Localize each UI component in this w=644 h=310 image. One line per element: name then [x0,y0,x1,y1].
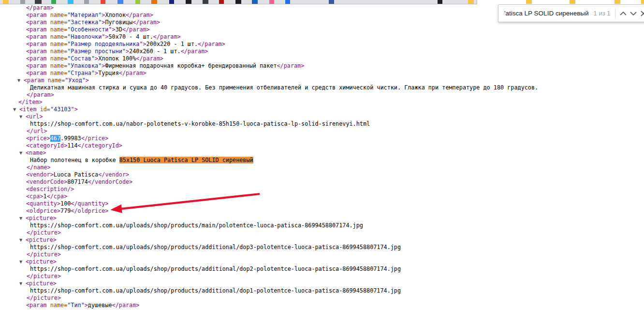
xml-line: ▼<picture> [0,258,644,266]
tab-favicon[interactable] [169,0,174,4]
xml-token: <param [26,302,50,309]
xml-token: "Упаковка" [67,62,102,69]
tab-favicon[interactable] [117,0,123,4]
xml-token: <param [26,55,50,62]
xml-token: <param [26,41,50,47]
xml-token: <price> [26,135,50,142]
selected-text: 467 [50,135,60,142]
find-bar[interactable]: 'atisca LP SOLID сиреневый 1 из 1 [498,4,644,22]
xml-line: <oldprice>779</oldprice> [0,207,644,215]
xml-token: name= [48,77,65,84]
find-input[interactable]: 'atisca LP SOLID сиреневый [504,10,589,17]
collapse-toggle-icon[interactable]: ▼ [19,113,26,120]
xml-token: душевые [88,302,112,309]
tab-favicon[interactable] [235,0,241,4]
xml-token: <picture> [26,258,57,265]
tab-favicon[interactable] [329,0,334,4]
xml-line: <vendorCode>807174</vendorCode> [0,178,644,186]
tab-favicon[interactable] [20,0,25,4]
xml-token: .99983 [60,135,81,142]
xml-token: "Застежка" [67,19,102,26]
find-previous-button[interactable] [618,6,629,21]
tab-favicon[interactable] [35,0,42,4]
tab-favicon[interactable] [570,0,575,4]
tab-favicon[interactable] [84,0,89,4]
tab-favicon[interactable] [252,0,258,4]
xml-token: Хлопок 100% [98,55,136,62]
find-close-button[interactable] [638,6,644,21]
collapse-toggle-icon[interactable]: ▼ [19,258,26,266]
tab-favicon[interactable] [468,0,474,4]
xml-token: https://shop-comfort.com.ua/uploads/shop… [30,287,401,294]
xml-token: "Размер пододеяльника" [67,41,143,47]
xml-line: ▼<param name="Уход"> [0,77,644,84]
xml-line: </item> [0,99,644,106]
tab-favicon[interactable] [135,0,140,4]
tab-favicon[interactable] [101,0,105,4]
xml-token: > [143,41,146,47]
tab-favicon[interactable] [151,0,157,4]
xml-token: <param [26,19,50,26]
xml-token: https://shop-comfort.com.ua/uploads/shop… [30,266,401,272]
xml-line: <param name="Упаковка">Фирменная подароч… [0,62,644,70]
xml-token: https://shop-comfort.com.ua/uploads/shop… [30,244,401,251]
tab-favicon[interactable] [526,0,532,4]
collapse-toggle-icon[interactable]: ▼ [19,149,26,157]
tab-favicon[interactable] [186,0,191,4]
xml-token: <oldprice> [26,207,60,214]
xml-token: > [74,106,78,113]
tab-favicon[interactable] [219,0,224,4]
xml-token: </param> [122,26,150,33]
find-match-count: 1 из 1 [594,10,611,17]
collapse-toggle-icon[interactable]: ▼ [19,215,26,222]
find-bar-divider [615,8,615,19]
find-next-button[interactable] [629,6,639,21]
xml-token: name= [50,12,68,18]
tab-favicon[interactable] [51,0,56,4]
xml-line: ▼<url> [0,113,644,120]
xml-line: <param name="Размер простыни">240х260 - … [0,48,644,55]
tab-favicon[interactable] [285,0,290,4]
tab-favicon[interactable] [3,0,9,4]
xml-line: </picture> [0,229,644,236]
tab-favicon[interactable] [615,0,620,4]
xml-token: 200х220 - 1 шт. [146,41,198,47]
xml-token: 114 [67,142,77,149]
xml-line: </picture> [0,295,644,302]
xml-token: </param> [153,33,181,40]
xml-token: name= [50,48,68,55]
xml-token: <picture> [26,236,57,243]
xml-token: </param> [198,41,225,47]
collapse-toggle-icon[interactable]: ▼ [19,236,26,244]
xml-token: <vendor> [26,171,54,178]
collapse-toggle-icon[interactable]: ▼ [17,77,24,84]
xml-token: 50х70 - 4 шт. [108,33,153,40]
close-icon [640,10,644,17]
xml-line: </name> [0,164,644,171]
tab-strip[interactable] [0,0,644,4]
collapse-toggle-icon[interactable]: ▼ [13,106,19,113]
xml-token: <description/> [26,186,74,192]
xml-line: </url> [0,128,644,135]
xml-token: <name> [26,149,46,156]
xml-line: <param name="Тип">душевые</param> [0,302,644,309]
xml-token: name= [50,33,68,40]
xml-token: > [85,302,88,309]
xml-token: <param [24,77,48,84]
xml-token: </vendorCode> [88,178,132,185]
xml-line: </picture> [0,273,644,280]
tab-favicon[interactable] [438,0,442,4]
xml-token: <vendorCode> [26,178,67,185]
tab-favicon[interactable] [269,0,274,4]
xml-line: </picture> [0,251,644,258]
tab-favicon[interactable] [68,0,73,4]
collapse-toggle-icon[interactable]: ▼ [19,280,26,287]
xml-token: </picture> [27,295,61,301]
xml-token: "43103" [50,106,74,113]
xml-line: ▼<item id="43103"> [0,106,644,113]
xml-token: 3D [116,26,122,33]
xml-line: </param> [0,91,644,99]
tab-favicon[interactable] [641,0,644,4]
xml-line: <cpa>1</cpa> [0,193,644,200]
tab-favicon[interactable] [203,0,208,4]
